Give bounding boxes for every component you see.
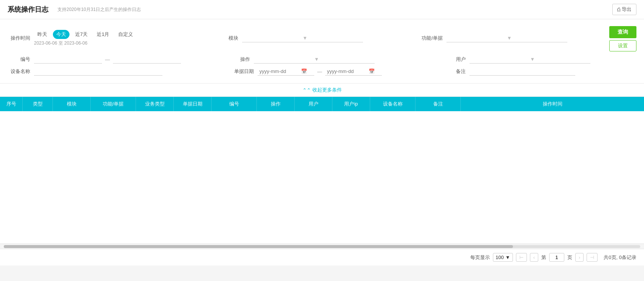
time-btn-today[interactable]: 今天 — [53, 30, 69, 39]
query-button[interactable]: 查询 — [609, 26, 636, 38]
table-body — [0, 111, 644, 244]
time-range-text: 2023-06-06 至 2023-06-06 — [34, 40, 136, 47]
filter-row-1: 操作时间 昨天 今天 近7天 近1月 自定义 2023-06-06 至 2023… — [8, 25, 636, 51]
time-btn-custom[interactable]: 自定义 — [115, 30, 136, 39]
time-options: 昨天 今天 近7天 近1月 自定义 — [34, 30, 136, 39]
user-arrow-icon: ▼ — [530, 56, 588, 62]
function-label: 功能/单据 — [416, 35, 446, 42]
device-input[interactable] — [34, 67, 162, 76]
date-dash: — — [317, 69, 322, 75]
export-button[interactable]: ⎙ 导出 — [612, 4, 636, 15]
module-label: 模块 — [216, 35, 242, 42]
next-page-button[interactable]: › — [575, 253, 584, 262]
module-arrow-icon: ▼ — [303, 35, 361, 41]
col-optime: 操作时间 — [461, 97, 644, 111]
table-header: 序号 类型 模块 功能/单据 业务类型 单据日期 编号 操作 用户 用户ip 设… — [0, 97, 644, 111]
empty-state — [0, 111, 644, 244]
page-header: 系统操作日志 支持2020年10月31日之后产生的操作日志 ⎙ 导出 — [0, 0, 644, 19]
col-date: 单据日期 — [174, 97, 212, 111]
total-text: 共0页, 0条记录 — [604, 254, 636, 261]
table-container: 序号 类型 模块 功能/单据 业务类型 单据日期 编号 操作 用户 用户ip 设… — [0, 97, 644, 244]
operation-dropdown[interactable]: ▼ — [254, 55, 375, 64]
col-device: 设备名称 — [370, 97, 415, 111]
scrollbar-track — [4, 245, 640, 248]
col-user: 用户 — [295, 97, 332, 111]
time-btn-1month[interactable]: 近1月 — [93, 30, 113, 39]
page-size-select[interactable]: 100 ▼ — [493, 253, 513, 262]
date-filter-group: 单据日期 📅 — 📅 — [227, 67, 425, 76]
col-type: 类型 — [23, 97, 53, 111]
date-end-input[interactable] — [327, 68, 369, 74]
col-module: 模块 — [53, 97, 91, 111]
col-function: 功能/单据 — [91, 97, 136, 111]
col-code: 编号 — [212, 97, 257, 111]
filter-panel: 操作时间 昨天 今天 近7天 近1月 自定义 2023-06-06 至 2023… — [0, 19, 644, 84]
remark-input[interactable] — [469, 67, 575, 76]
time-filter-group: 操作时间 昨天 今天 近7天 近1月 自定义 2023-06-06 至 2023… — [8, 30, 193, 47]
calendar-start-icon[interactable]: 📅 — [301, 68, 307, 74]
number-label: 编号 — [8, 56, 34, 63]
export-icon: ⎙ — [617, 6, 620, 12]
page-label: 第 — [541, 254, 546, 261]
device-filter-group: 设备名称 — [8, 67, 205, 76]
first-page-button[interactable]: ⊢ — [516, 253, 527, 262]
time-btn-yesterday[interactable]: 昨天 — [34, 30, 51, 39]
user-label: 用户 — [439, 56, 469, 63]
page-size-label: 每页显示 — [470, 254, 490, 261]
collapse-chevron-icon: ⌃⌃ — [303, 87, 311, 93]
col-userip: 用户ip — [332, 97, 370, 111]
pagination-bar: 每页显示 100 ▼ ⊢ ‹ 第 页 › ⊣ 共0页, 0条记录 — [0, 249, 644, 265]
col-operation: 操作 — [257, 97, 295, 111]
remark-filter-group: 备注 — [439, 67, 636, 76]
collapse-bar[interactable]: ⌃⌃ 收起更多条件 — [0, 84, 644, 97]
prev-page-button[interactable]: ‹ — [530, 253, 538, 262]
col-biztype: 业务类型 — [136, 97, 174, 111]
number-dash: — — [105, 57, 110, 62]
user-dropdown[interactable]: ▼ — [469, 55, 590, 64]
module-dropdown[interactable]: ▼ — [242, 34, 363, 42]
page-subtitle: 支持2020年10月31日之后产生的操作日志 — [57, 6, 141, 13]
date-start-input[interactable] — [259, 68, 301, 74]
module-filter-group: 模块 ▼ — [216, 34, 401, 42]
function-filter-group: 功能/单据 ▼ — [416, 34, 602, 42]
page-size-arrow-icon: ▼ — [505, 255, 510, 260]
collapse-label: 收起更多条件 — [312, 87, 342, 93]
col-number: 序号 — [0, 97, 23, 111]
last-page-button[interactable]: ⊣ — [587, 253, 598, 262]
action-buttons: 查询 设置 — [602, 26, 636, 51]
date-end-wrap: 📅 — [325, 67, 382, 76]
device-label: 设备名称 — [8, 68, 34, 75]
scrollbar-thumb[interactable] — [4, 245, 513, 248]
date-label: 单据日期 — [227, 68, 258, 75]
page-title: 系统操作日志 — [8, 5, 48, 14]
user-filter-group: 用户 ▼ — [439, 55, 636, 64]
operation-label: 操作 — [227, 56, 254, 63]
settings-button[interactable]: 设置 — [609, 40, 636, 51]
page-unit: 页 — [567, 254, 572, 261]
calendar-end-icon[interactable]: 📅 — [369, 68, 375, 74]
date-start-wrap: 📅 — [258, 67, 314, 76]
filter-row-2: 编号 — 操作 ▼ 用户 ▼ — [8, 55, 636, 64]
function-dropdown[interactable]: ▼ — [446, 34, 567, 42]
function-arrow-icon: ▼ — [507, 35, 565, 41]
time-label: 操作时间 — [8, 35, 34, 42]
remark-label: 备注 — [439, 68, 469, 75]
number-end-input[interactable] — [113, 55, 181, 64]
number-start-input[interactable] — [34, 55, 102, 64]
time-btn-7days[interactable]: 近7天 — [72, 30, 91, 39]
horizontal-scrollbar[interactable] — [0, 244, 644, 249]
page-number-input[interactable] — [549, 253, 564, 262]
page-size-value: 100 — [496, 255, 504, 260]
col-remark: 备注 — [415, 97, 461, 111]
filter-row-3: 设备名称 单据日期 📅 — 📅 备注 — [8, 67, 636, 76]
operation-filter-group: 操作 ▼ — [227, 55, 425, 64]
number-filter-group: 编号 — — [8, 55, 205, 64]
operation-arrow-icon: ▼ — [314, 56, 373, 62]
